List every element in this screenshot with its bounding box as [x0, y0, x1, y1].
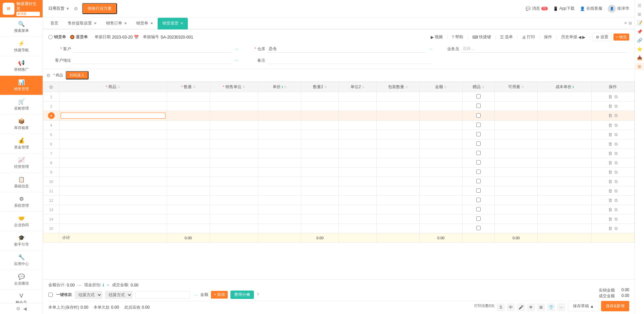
shortcut-btn[interactable]: ⌨ 快捷键 — [470, 34, 493, 41]
product-cell[interactable] — [59, 121, 167, 130]
copy-row-icon[interactable]: ⧉ — [614, 113, 618, 118]
amount-cell[interactable] — [419, 224, 462, 233]
right-icon-2[interactable]: ⊞ — [636, 10, 644, 18]
unit-cell[interactable] — [210, 139, 258, 149]
cost-price-cell[interactable] — [538, 224, 591, 233]
gift-cell[interactable] — [463, 139, 495, 149]
sort-price-icon[interactable]: ⇅ — [284, 85, 287, 89]
unit2-cell[interactable] — [339, 121, 376, 130]
product-cell[interactable] — [59, 224, 167, 233]
product-cell[interactable] — [59, 186, 167, 196]
qty-cell[interactable] — [167, 130, 210, 139]
calendar-icon[interactable]: 📅 — [134, 35, 139, 40]
sort-pkg-icon[interactable]: ⇅ — [405, 85, 408, 89]
unit2-cell[interactable] — [339, 214, 376, 224]
customer-input[interactable] — [73, 45, 232, 53]
qty2-cell[interactable] — [301, 111, 339, 121]
price-cell[interactable] — [258, 186, 301, 196]
tab-home[interactable]: 首页 — [46, 18, 63, 29]
return-radio[interactable]: 退货单 — [70, 34, 88, 40]
qty-cell[interactable] — [167, 121, 210, 130]
unit2-cell[interactable] — [339, 205, 376, 214]
available-cell[interactable] — [495, 92, 538, 102]
qty2-cell[interactable] — [301, 92, 339, 102]
cost-price-cell[interactable] — [538, 177, 591, 186]
warehouse-input[interactable]: 总仓 — [267, 45, 426, 53]
amount-cell[interactable] — [419, 177, 462, 186]
remark-input[interactable] — [267, 57, 433, 64]
available-cell[interactable] — [495, 214, 538, 224]
qty-cell[interactable] — [167, 177, 210, 186]
app-download-button[interactable]: 📱 App下载 — [553, 6, 575, 11]
unit2-cell[interactable] — [339, 102, 376, 111]
qty-cell[interactable] — [167, 149, 210, 158]
qty2-cell[interactable] — [301, 224, 339, 233]
pkg-qty-cell[interactable] — [376, 111, 419, 121]
unit2-cell[interactable] — [339, 130, 376, 139]
help-btn[interactable]: ? 帮助 — [450, 34, 465, 41]
product-cell[interactable] — [59, 130, 167, 139]
copy-row-icon[interactable]: ⧉ — [614, 94, 618, 100]
qty2-cell[interactable] — [301, 205, 339, 214]
sidebar-item-wechat[interactable]: 💬 企业微信 — [0, 270, 43, 290]
delete-row-icon[interactable]: 🗑 — [608, 207, 612, 212]
qty-cell[interactable] — [167, 111, 210, 121]
print-btn[interactable]: 🖨 打印 — [520, 34, 537, 41]
qty2-cell[interactable] — [301, 214, 339, 224]
qty2-cell[interactable] — [301, 149, 339, 158]
amount-cell[interactable] — [419, 196, 462, 205]
product-cell[interactable] — [59, 139, 167, 149]
pkg-qty-cell[interactable] — [376, 158, 419, 168]
calc-select[interactable]: 结算方式 — [105, 291, 132, 299]
amount-cell[interactable] — [419, 102, 462, 111]
cost-price-cell[interactable] — [538, 139, 591, 149]
warehouse-dots-btn[interactable]: ··· — [429, 47, 432, 51]
price-cell[interactable] — [258, 149, 301, 158]
sidebar-item-sales[interactable]: 📊 销售管理 — [0, 76, 43, 95]
pkg-qty-cell[interactable] — [376, 130, 419, 139]
cost-price-cell[interactable] — [538, 102, 591, 111]
unit-cell[interactable] — [210, 168, 258, 177]
available-cell[interactable] — [495, 177, 538, 186]
qty2-cell[interactable] — [301, 102, 339, 111]
sidebar-item-purchase[interactable]: 🛒 采购管理 — [0, 95, 43, 115]
operation-btn[interactable]: 操作 — [542, 34, 554, 41]
s-icon[interactable]: S — [497, 303, 505, 311]
gift-cell[interactable] — [463, 149, 495, 158]
delete-row-icon[interactable]: 🗑 — [608, 104, 612, 109]
address-input[interactable] — [73, 57, 232, 64]
unit2-cell[interactable] — [339, 111, 376, 121]
messages-button[interactable]: 💬 消息 70 — [526, 6, 548, 11]
unit2-cell[interactable] — [339, 158, 376, 168]
unit2-cell[interactable] — [339, 196, 376, 205]
amount-cell[interactable] — [419, 130, 462, 139]
qty2-cell[interactable] — [301, 168, 339, 177]
qty-cell[interactable] — [167, 224, 210, 233]
gift-checkbox[interactable] — [476, 226, 481, 230]
qty-cell[interactable] — [167, 139, 210, 149]
available-cell[interactable] — [495, 102, 538, 111]
eye-icon[interactable]: 👁 — [527, 303, 535, 311]
account-input[interactable] — [135, 291, 190, 299]
price-cell[interactable] — [258, 196, 301, 205]
right-icon-1[interactable]: ☰ — [636, 1, 644, 9]
amount-cell[interactable] — [419, 92, 462, 102]
tab-close-return[interactable]: ✕ — [180, 21, 183, 25]
gift-cell[interactable] — [463, 92, 495, 102]
qty-cell[interactable] — [167, 214, 210, 224]
unit-cell[interactable] — [210, 205, 258, 214]
available-cell[interactable] — [495, 139, 538, 149]
delete-row-icon[interactable]: 🗑 — [608, 216, 612, 222]
copy-row-icon[interactable]: ⧉ — [614, 141, 618, 147]
sort-unit-icon[interactable]: ⇅ — [243, 85, 245, 89]
settings-right-btn[interactable]: ⚙ 设置 — [593, 33, 611, 41]
user-avatar[interactable]: 👤 徐泽华 — [608, 5, 629, 13]
gift-cell[interactable] — [463, 224, 495, 233]
sort-qty-icon[interactable]: ⇅ — [193, 85, 196, 89]
product-cell[interactable] — [59, 92, 167, 102]
sidebar-item-collab[interactable]: 🤝 企业协同 — [0, 212, 43, 231]
gift-cell[interactable] — [463, 168, 495, 177]
video-btn[interactable]: ▶ 视频 — [429, 34, 445, 41]
unit-cell[interactable] — [210, 149, 258, 158]
qty-cell[interactable] — [167, 205, 210, 214]
